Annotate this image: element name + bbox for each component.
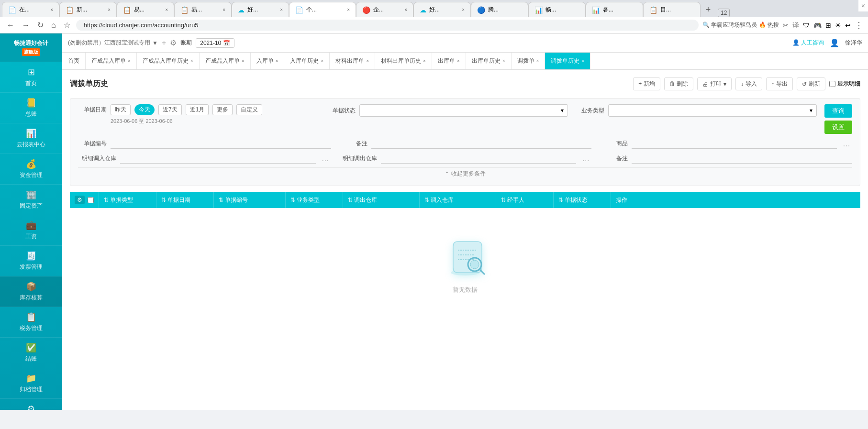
sidebar-item-archive[interactable]: 📁 归档管理 — [0, 368, 62, 399]
goods-more-icon[interactable]: … — [841, 140, 852, 148]
biz-type-select[interactable]: ▾ — [608, 104, 817, 117]
period-value[interactable]: 2021-10 📅 — [196, 38, 234, 48]
sidebar-item-salary[interactable]: 💼 工资 — [0, 215, 62, 246]
import-button[interactable]: ↓ 导入 — [735, 77, 762, 90]
app-tab-5-close[interactable]: × — [321, 58, 323, 64]
app-tab-9[interactable]: 出库单历史 × — [466, 53, 512, 70]
menu-icon[interactable]: ⋮ — [855, 20, 863, 31]
browser-tab-8[interactable]: ☁ 好... × — [413, 2, 471, 17]
browser-tab-2[interactable]: 📋 新... × — [59, 2, 117, 17]
col-header-doc-num[interactable]: ⇅ 单据编号 — [214, 192, 286, 208]
sidebar-item-close[interactable]: ✅ 结账 — [0, 338, 62, 368]
app-tab-7[interactable]: 材料出库单历史 × — [375, 53, 432, 70]
app-tab-1[interactable]: 产成品入库单 × — [86, 53, 137, 70]
status-select[interactable]: ▾ — [359, 104, 568, 117]
show-fields-toggle[interactable]: 显示明细 — [829, 80, 860, 88]
query-button[interactable]: 查询 — [824, 104, 852, 118]
remark-input[interactable] — [371, 139, 592, 149]
sidebar-item-assets[interactable]: 🏢 固定资产 — [0, 185, 62, 215]
browser-tab-11[interactable]: 📊 各... — [586, 2, 643, 17]
out-warehouse-input[interactable] — [381, 154, 577, 164]
reload-button[interactable]: ↻ — [35, 20, 45, 31]
date-btn-yesterday[interactable]: 昨天 — [111, 104, 131, 115]
tab-close-3[interactable]: × — [165, 7, 168, 12]
app-tab-5[interactable]: 入库单历史 × — [284, 53, 330, 70]
date-btn-1month[interactable]: 近1月 — [186, 104, 209, 115]
browser-tab-7[interactable]: 🔴 企... × — [356, 2, 413, 17]
app-tab-6-close[interactable]: × — [366, 58, 369, 64]
company-selector[interactable]: (勿删勿禁用）江西服宝测试专用 ▼ — [68, 39, 158, 47]
app-tab-3[interactable]: 产成品入库单 × — [200, 53, 251, 70]
col-header-doc-date[interactable]: ⇅ 单据日期 — [156, 192, 214, 208]
refresh-button[interactable]: ↺ 刷新 — [797, 77, 825, 90]
col-header-in-warehouse[interactable]: ⇅ 调入仓库 — [420, 192, 496, 208]
browser-tab-12[interactable]: 📋 目... — [643, 2, 701, 17]
app-tab-9-close[interactable]: × — [502, 58, 505, 64]
app-tab-10-close[interactable]: × — [536, 58, 539, 64]
in-warehouse-input[interactable] — [120, 154, 316, 164]
app-tab-home[interactable]: 首页 — [62, 53, 86, 70]
app-tab-4-close[interactable]: × — [276, 58, 278, 64]
browser-tab-active[interactable]: 📄 个... × — [289, 2, 356, 17]
bookmark-button[interactable]: ☆ — [62, 20, 72, 31]
date-btn-custom[interactable]: 自定义 — [236, 104, 262, 115]
forward-button[interactable]: → — [20, 20, 32, 31]
sidebar-item-tax[interactable]: 📋 税务管理 — [0, 307, 62, 338]
out-warehouse-more-icon[interactable]: … — [580, 154, 591, 163]
date-btn-more[interactable]: 更多 — [212, 104, 233, 115]
col-header-status[interactable]: ⇅ 单据状态 — [554, 192, 611, 208]
tab-close-1[interactable]: × — [50, 7, 53, 12]
col-header-doc-type[interactable]: ⇅ 单据类型 — [99, 192, 156, 208]
sidebar-item-funds[interactable]: 💰 资金管理 — [0, 154, 62, 185]
collapse-button[interactable]: ⌃ 收起更多条件 — [78, 167, 852, 180]
app-tab-2[interactable]: 产成品入库单历史 × — [137, 53, 200, 70]
add-company-icon[interactable]: + — [162, 39, 166, 47]
export-button[interactable]: ↑ 导出 — [766, 77, 793, 90]
show-fields-checkbox[interactable] — [829, 81, 835, 87]
tab-close-2[interactable]: × — [108, 7, 111, 12]
settings-gear-icon[interactable]: ⚙ — [170, 38, 177, 47]
address-input[interactable] — [76, 20, 699, 31]
tab-close-7[interactable]: × — [404, 7, 407, 12]
sidebar-item-invoice[interactable]: 🧾 发票管理 — [0, 246, 62, 276]
tab-close-4[interactable]: × — [223, 7, 225, 12]
col-header-biz-type[interactable]: ⇅ 业务类型 — [286, 192, 343, 208]
sidebar-item-home[interactable]: ⊞ 首页 — [0, 62, 62, 93]
select-all-checkbox[interactable] — [88, 197, 94, 203]
back-button[interactable]: ← — [5, 20, 16, 31]
app-tab-8[interactable]: 出库单 × — [432, 53, 466, 70]
date-btn-7days[interactable]: 近7天 — [158, 104, 182, 115]
delete-button[interactable]: 🗑 删除 — [664, 77, 693, 90]
sidebar-item-settings[interactable]: ⚙ 基础设置 — [0, 399, 62, 410]
table-gear-icon[interactable]: ⚙ — [75, 196, 85, 204]
new-button[interactable]: + 新增 — [633, 77, 660, 90]
browser-tab-4[interactable]: 📋 易... × — [174, 2, 232, 17]
app-tab-10[interactable]: 调拨单 × — [512, 53, 545, 70]
app-tab-8-close[interactable]: × — [457, 58, 460, 64]
browser-tab-5[interactable]: ☁ 好... × — [232, 2, 289, 17]
app-tab-6[interactable]: 材料出库单 × — [330, 53, 375, 70]
app-tab-11[interactable]: 调拨单历史 × — [545, 53, 590, 70]
browser-tab-1[interactable]: 📄 在... × — [2, 2, 59, 17]
app-tab-11-close[interactable]: × — [581, 58, 584, 64]
browser-tab-3[interactable]: 📋 易... × — [117, 2, 174, 17]
home-button[interactable]: ⌂ — [49, 20, 58, 31]
app-tab-3-close[interactable]: × — [242, 58, 245, 64]
app-tab-4[interactable]: 入库单 × — [251, 53, 285, 70]
sidebar-item-inventory[interactable]: 📦 库存核算 — [0, 276, 62, 307]
print-button[interactable]: 🖨 打印 ▾ — [697, 77, 732, 90]
browser-tab-9[interactable]: 🔵 腾... — [471, 2, 528, 17]
service-link[interactable]: 👤 人工咨询 — [792, 39, 824, 47]
app-tab-1-close[interactable]: × — [128, 58, 131, 64]
goods-input[interactable] — [632, 139, 837, 149]
sidebar-item-reports[interactable]: 📊 云报表中心 — [0, 123, 62, 154]
tab-close-active[interactable]: × — [347, 7, 350, 12]
date-btn-today[interactable]: 今天 — [134, 104, 155, 115]
col-header-out-warehouse[interactable]: ⇅ 调出仓库 — [343, 192, 420, 208]
filter-settings-button[interactable]: 设置 — [824, 121, 852, 134]
in-warehouse-more-icon[interactable]: … — [320, 154, 331, 163]
browser-tab-10[interactable]: 📊 畅... — [528, 2, 586, 17]
app-tab-2-close[interactable]: × — [190, 58, 193, 64]
col-header-handler[interactable]: ⇅ 经手人 — [496, 192, 554, 208]
tab-close-8[interactable]: × — [462, 7, 465, 12]
